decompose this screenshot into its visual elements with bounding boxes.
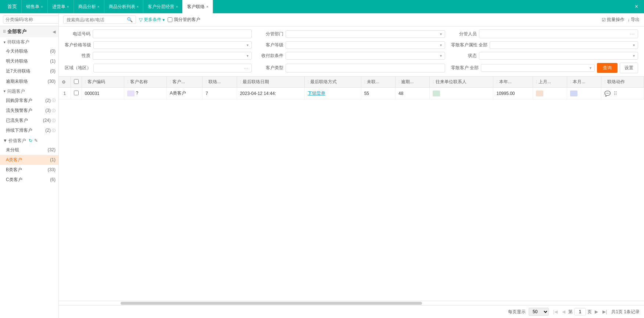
tab-customer-segmentation[interactable]: 客户分层经营 × xyxy=(143,0,182,13)
chat-icon[interactable]: 💬 xyxy=(604,91,611,96)
top-navigation: 首页 销售单 × 进货单 × 商品分析 × 商品分析列表 × 客户分层经营 × … xyxy=(0,0,644,13)
info-icon: ⓘ xyxy=(52,118,56,124)
collapse-icon[interactable]: ◀ xyxy=(53,29,56,34)
col-actions: :联络动作 xyxy=(601,77,644,88)
filter-actions: ☑ 批量操作 ↓ 导出 xyxy=(602,17,640,23)
more-filters-button[interactable]: ▽ 更多条件 ▾ xyxy=(139,17,165,23)
sidebar-item-repurchase-abnormal[interactable]: 回购异常客户 (2) ⓘ xyxy=(0,96,58,106)
col-this-year: :本年... xyxy=(493,77,533,88)
payment-select[interactable]: ▾ xyxy=(286,52,445,60)
close-icon[interactable]: × xyxy=(137,5,139,9)
customer-type-cell: A类客户 xyxy=(167,88,203,99)
customer-grade-select[interactable]: ▾ xyxy=(286,41,445,49)
tab-customer-contact[interactable]: 客户联络 × xyxy=(182,0,213,13)
tab-product-analysis-list[interactable]: 商品分析列表 × xyxy=(104,0,143,13)
sidebar-item-class-a[interactable]: A类客户(1) xyxy=(0,155,58,165)
nature-select[interactable]: ▾ xyxy=(93,52,252,60)
dept-select[interactable]: ▾ xyxy=(286,30,445,38)
close-icon[interactable]: × xyxy=(41,5,43,9)
customer-name-text: ? xyxy=(136,91,139,96)
col-last-date: :最后联络日期 xyxy=(237,77,304,88)
filter-region-row: 区域（地区） ··· xyxy=(65,63,252,73)
filter-bar: 🔍 ▽ 更多条件 ▾ 我分管的客户 ☑ 批量操作 ↓ 导出 xyxy=(59,13,644,26)
row-action-buttons: 💬 ⠿ xyxy=(604,91,641,96)
search-box: 🔍 xyxy=(63,15,136,24)
my-customers-checkbox[interactable] xyxy=(168,17,172,22)
chevron-down-icon: ▾ xyxy=(247,43,248,47)
close-icon[interactable]: × xyxy=(67,5,69,9)
col-this-month: :本月... xyxy=(567,77,601,88)
horizontal-scrollbar xyxy=(59,301,644,305)
phone-input[interactable] xyxy=(93,29,252,38)
settings-button[interactable]: 设置 xyxy=(620,63,638,73)
info-icon: ⓘ xyxy=(52,98,56,103)
tab-product-analysis[interactable]: 商品分析 × xyxy=(74,0,104,13)
export-button[interactable]: ↓ 导出 xyxy=(627,17,640,23)
sidebar-item-class-c[interactable]: C类客户(6) xyxy=(0,175,58,185)
home-tab[interactable]: 首页 xyxy=(3,0,21,13)
col-contacts: :联络... xyxy=(203,77,237,88)
chevron-down-icon: ▾ xyxy=(633,54,635,58)
scrollbar-thumb[interactable] xyxy=(121,302,422,305)
first-page-button[interactable]: |◀ xyxy=(552,308,559,315)
customer-type-input[interactable] xyxy=(286,64,445,73)
retail-attr-select[interactable]: ▾ xyxy=(490,41,638,49)
gear-icon[interactable]: ⚙ xyxy=(62,80,66,85)
tab-purchase[interactable]: 进货单 × xyxy=(47,0,74,13)
export-icon: ↓ xyxy=(627,17,630,22)
refresh-icon[interactable]: ↻ xyxy=(29,138,32,143)
retail-customer-select[interactable]: ▾ xyxy=(481,64,595,72)
sidebar-item-7days-contact[interactable]: 近7天待联络(0) xyxy=(0,66,58,76)
sidebar-item-churn-warning[interactable]: 流失预警客户 (3) ⓘ xyxy=(0,106,58,116)
table-footer: 每页显示 50 100 200 |◀ ◀ 第 页 ▶ ▶| 共1页 1条记录 xyxy=(59,305,644,318)
filter-price-grade-row: 客户价格等级 ▾ xyxy=(65,41,252,49)
edit-icon[interactable]: ✎ xyxy=(34,138,38,143)
close-icon[interactable]: × xyxy=(176,5,178,9)
customer-code-cell: 000031 xyxy=(82,88,124,99)
page-size-select[interactable]: 50 100 200 xyxy=(529,308,549,316)
close-icon[interactable]: × xyxy=(206,5,208,9)
sidebar-item-tomorrow-contact[interactable]: 明天待联络(1) xyxy=(0,56,58,66)
region-input[interactable]: ··· xyxy=(93,64,252,73)
query-button[interactable]: 查询 xyxy=(597,63,618,73)
funnel-icon: ▽ xyxy=(139,17,143,22)
close-icon[interactable]: × xyxy=(97,5,100,9)
batch-operation-button[interactable]: ☑ 批量操作 xyxy=(602,17,625,23)
sidebar-item-overdue-contact[interactable]: 逾期未联络(30) xyxy=(0,77,58,86)
sidebar-search-input[interactable] xyxy=(3,15,59,24)
sidebar-item-churned[interactable]: 已流失客户 (24) ⓘ xyxy=(0,116,58,126)
col-type: :客户... xyxy=(167,77,203,88)
row-checkbox[interactable] xyxy=(74,91,79,95)
pending-contact-section: ▼ 待联络客户 xyxy=(0,37,58,46)
col-name: :客户名称 xyxy=(124,77,167,88)
close-all-icon[interactable]: × xyxy=(632,3,641,10)
qr-icon[interactable]: ⠿ xyxy=(613,91,617,96)
sidebar-item-class-b[interactable]: B类客户(33) xyxy=(0,165,58,175)
retail-customer-label: 零散客户 全部 xyxy=(451,65,479,71)
sidebar-item-ungrouped[interactable]: 未分组(32) xyxy=(0,145,58,155)
table-wrapper: ⚙ :客户编码 :客户名称 :客户... :联络... :最后联络日期 :最后联… xyxy=(59,77,644,301)
row-actions-cell: 💬 ⠿ xyxy=(601,88,644,99)
my-customers-filter[interactable]: 我分管的客户 xyxy=(168,17,200,23)
last-page-button[interactable]: ▶| xyxy=(601,308,608,315)
chevron-down-icon: ▾ xyxy=(633,43,635,47)
person-input[interactable]: ··· xyxy=(479,29,638,38)
contact-color-block xyxy=(433,91,440,96)
search-input[interactable] xyxy=(67,17,125,22)
tab-sales[interactable]: 销售单 × xyxy=(21,0,47,13)
price-grade-select[interactable]: ▾ xyxy=(93,41,252,49)
sidebar-item-declining[interactable]: 持续下滑客户 (2) ⓘ xyxy=(0,126,58,135)
prev-page-button[interactable]: ◀ xyxy=(561,308,567,315)
status-select[interactable]: ▾ xyxy=(479,52,638,60)
all-customers-header[interactable]: ⠿ 全部客户 ◀ xyxy=(0,26,58,37)
region-label: 区域（地区） xyxy=(65,65,91,71)
page-number-input[interactable] xyxy=(574,308,586,315)
status-label: 状态 xyxy=(451,53,477,59)
select-all-checkbox[interactable] xyxy=(74,79,79,84)
last-method-link[interactable]: 下销货单 xyxy=(308,91,325,96)
customer-type-label: 客户类型 xyxy=(258,65,283,71)
sidebar-item-today-contact[interactable]: 今天待联络(0) xyxy=(0,46,58,56)
search-icon[interactable]: 🔍 xyxy=(127,17,133,22)
info-icon: ⓘ xyxy=(52,128,56,134)
next-page-button[interactable]: ▶ xyxy=(593,308,600,315)
